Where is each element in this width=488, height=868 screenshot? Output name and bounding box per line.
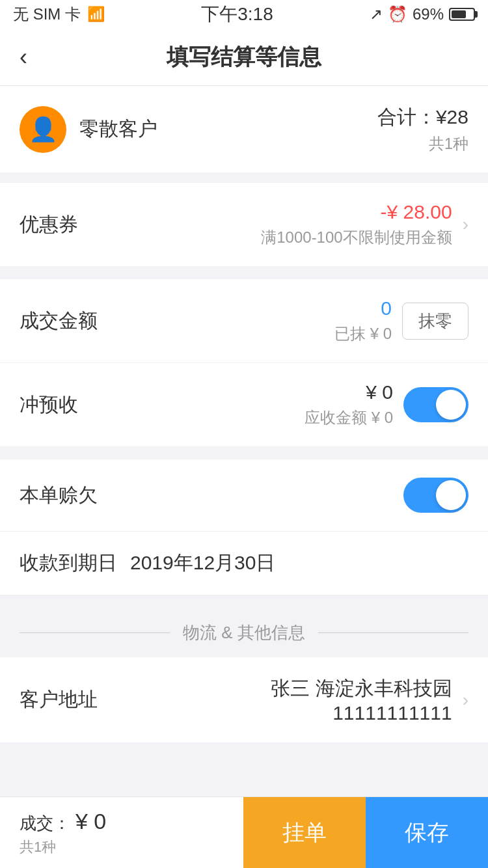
prepayment-row: 冲预收 ¥ 0 应收金额 ¥ 0	[0, 363, 488, 446]
address-label: 客户地址	[20, 686, 98, 713]
debt-toggle[interactable]	[403, 478, 468, 513]
divider-line-right	[318, 632, 468, 633]
debt-toggle-circle	[436, 480, 466, 510]
logistics-divider: 物流 & 其他信息	[0, 608, 488, 657]
coupon-value-col: -¥ 28.00 满1000-100不限制使用金额	[261, 201, 452, 248]
deal-amount-label: 成交金额	[20, 308, 98, 334]
coupon-row[interactable]: 优惠券 -¥ 28.00 满1000-100不限制使用金额 ›	[0, 183, 488, 266]
due-date-value: 2019年12月30日	[130, 550, 275, 576]
deal-amount-sub: 已抹 ¥ 0	[334, 323, 392, 344]
customer-left: 👤 零散客户	[20, 106, 157, 153]
bottom-count: 共1种	[20, 837, 224, 857]
battery-label: 69%	[413, 5, 444, 23]
prepayment-toggle[interactable]	[403, 387, 468, 422]
time-label: 下午3:18	[201, 2, 273, 27]
customer-name: 零散客户	[79, 116, 157, 142]
address-section[interactable]: 客户地址 张三 海淀永丰科技园 11111111111 ›	[0, 657, 488, 742]
bottom-info: 成交： ¥ 0 共1种	[0, 809, 243, 857]
divider-line-left	[20, 632, 170, 633]
address-value: 张三 海淀永丰科技园 11111111111	[166, 675, 452, 724]
toggle-circle	[436, 390, 466, 420]
prepayment-sub: 应收金额 ¥ 0	[305, 407, 393, 428]
deal-amount-right: 0 已抹 ¥ 0 抹零	[334, 297, 468, 344]
hang-button[interactable]: 挂单	[243, 797, 366, 869]
address-chevron-icon: ›	[463, 690, 468, 711]
main-content: 👤 零散客户 合计：¥28 共1种 优惠券 -¥ 28.00 满1000-100…	[0, 86, 488, 821]
address-row[interactable]: 客户地址 张三 海淀永丰科技园 11111111111 ›	[0, 657, 488, 742]
page-title: 填写结算等信息	[167, 42, 321, 72]
prepayment-label: 冲预收	[20, 392, 78, 418]
due-date-row: 收款到期日 2019年12月30日	[0, 532, 488, 595]
back-button[interactable]: ‹	[20, 44, 27, 71]
customer-section: 👤 零散客户 合计：¥28 共1种	[0, 86, 488, 172]
coupon-description: 满1000-100不限制使用金额	[261, 227, 452, 248]
deal-amount-section: 成交金额 0 已抹 ¥ 0 抹零 冲预收 ¥ 0 应收金额 ¥ 0	[0, 279, 488, 446]
bottom-deal-amount: ¥ 0	[75, 809, 106, 834]
separator-1	[0, 266, 488, 279]
separator-2	[0, 446, 488, 459]
deal-amount-value: 0	[334, 297, 392, 319]
debt-row: 本单赊欠	[0, 459, 488, 532]
location-icon: ↗	[370, 5, 383, 23]
customer-right: 合计：¥28 共1种	[377, 104, 468, 154]
coupon-label: 优惠券	[20, 211, 78, 238]
carrier-label: 无 SIM 卡	[13, 4, 81, 25]
prepayment-right: ¥ 0 应收金额 ¥ 0	[305, 381, 468, 428]
bottom-deal-row: 成交： ¥ 0	[20, 809, 224, 835]
total-count: 共1种	[377, 133, 468, 154]
battery-icon	[449, 8, 475, 21]
debt-right	[403, 478, 468, 513]
chevron-right-icon: ›	[463, 214, 468, 235]
debt-section: 本单赊欠 收款到期日 2019年12月30日	[0, 459, 488, 595]
status-bar: 无 SIM 卡 📶 下午3:18 ↗ ⏰ 69%	[0, 0, 488, 29]
due-date-label: 收款到期日	[20, 550, 117, 576]
deal-amount-row: 成交金额 0 已抹 ¥ 0 抹零	[0, 279, 488, 363]
nav-bar: ‹ 填写结算等信息	[0, 29, 488, 86]
avatar: 👤	[20, 106, 66, 153]
prepayment-value-col: ¥ 0 应收金额 ¥ 0	[305, 381, 393, 428]
status-right: ↗ ⏰ 69%	[370, 5, 475, 23]
prepayment-amount: ¥ 0	[305, 381, 393, 403]
mozero-button[interactable]: 抹零	[402, 303, 468, 340]
status-left: 无 SIM 卡 📶	[13, 4, 105, 25]
coupon-discount: -¥ 28.00	[261, 201, 452, 223]
bottom-bar: 成交： ¥ 0 共1种 挂单 保存	[0, 796, 488, 868]
save-button[interactable]: 保存	[366, 797, 488, 869]
wifi-icon: 📶	[87, 6, 105, 23]
logistics-label: 物流 & 其他信息	[183, 621, 305, 644]
avatar-icon: 👤	[29, 116, 58, 143]
address-right: 张三 海淀永丰科技园 11111111111 ›	[166, 675, 468, 724]
total-amount: 合计：¥28	[377, 104, 468, 131]
separator-3	[0, 595, 488, 608]
debt-label: 本单赊欠	[20, 482, 98, 509]
coupon-right: -¥ 28.00 满1000-100不限制使用金额 ›	[261, 201, 468, 248]
customer-row: 👤 零散客户 合计：¥28 共1种	[0, 86, 488, 172]
coupon-section[interactable]: 优惠券 -¥ 28.00 满1000-100不限制使用金额 ›	[0, 183, 488, 266]
bottom-deal-label: 成交：	[20, 812, 70, 835]
alarm-icon: ⏰	[388, 5, 407, 23]
deal-amount-value-col: 0 已抹 ¥ 0	[334, 297, 392, 344]
